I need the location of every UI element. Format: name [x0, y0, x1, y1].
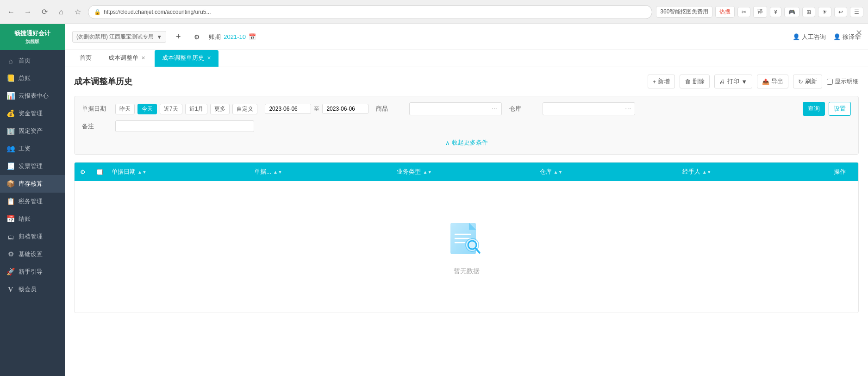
guide-icon: 🚀 — [6, 268, 15, 276]
query-button[interactable]: 查询 — [803, 102, 825, 116]
sidebar-item-label: 新手引导 — [19, 268, 43, 276]
filter-row-1: 单据日期 昨天 今天 近7天 近1月 更多 自定义 至 商品 — [82, 102, 851, 116]
new-label: 新增 — [658, 77, 670, 86]
sidebar-item-tax[interactable]: 📋 税务管理 — [0, 193, 65, 210]
sidebar-item-funds[interactable]: 💰 资金管理 — [0, 105, 65, 122]
sidebar-item-label: 基础设置 — [19, 250, 43, 258]
shortcut-7days[interactable]: 近7天 — [160, 104, 182, 114]
shortcut-1month[interactable]: 近1月 — [185, 104, 208, 114]
th-number[interactable]: 单据... ▲▼ — [250, 168, 393, 176]
delete-icon: 🗑 — [685, 78, 691, 85]
tab-home[interactable]: 首页 — [72, 50, 99, 67]
settings-tool[interactable]: ☀ — [818, 7, 831, 17]
service-label: 人工咨询 — [802, 33, 826, 41]
wallet-tool[interactable]: ¥ — [770, 7, 781, 17]
setting-button[interactable]: 设置 — [829, 102, 851, 116]
calendar-icon[interactable]: 📅 — [249, 33, 256, 40]
window-close-btn[interactable]: ✕ — [856, 28, 862, 38]
tab-cost-adjust[interactable]: 成本调整单 ✕ — [101, 50, 153, 67]
tab-menu-button[interactable]: ⚙ — [190, 31, 203, 44]
service-icon: 👤 — [793, 33, 800, 40]
top-bar-right: 👤 人工咨询 👤 徐泽华 — [793, 33, 861, 41]
search-tool[interactable]: 360智能抠图免费用 — [656, 6, 712, 18]
company-selector[interactable]: (勿删勿禁用) 江西服宝测试专用 ▼ — [72, 31, 166, 43]
game-tool[interactable]: 🎮 — [784, 7, 799, 17]
sidebar-item-settings[interactable]: ⚙ 基础设置 — [0, 245, 65, 263]
sidebar-item-ledger[interactable]: 📒 总账 — [0, 69, 65, 87]
delete-button[interactable]: 🗑 删除 — [680, 75, 710, 88]
main-wrapper: (勿删勿禁用) 江西服宝测试专用 ▼ + ⚙ 账期 2021-10 📅 👤 人工… — [65, 24, 868, 376]
sidebar-item-invoices[interactable]: 🧾 发票管理 — [0, 157, 65, 175]
app-logo: 畅捷通好会计 旗舰版 — [0, 24, 65, 50]
undo-tool[interactable]: ↩ — [834, 7, 847, 17]
filter-row-2: 备注 — [82, 120, 851, 132]
tabs-bar: 首页 成本调整单 ✕ 成本调整单历史 ✕ ✕ — [65, 50, 868, 67]
star-button[interactable]: ☆ — [71, 6, 84, 19]
hot-search[interactable]: 热搜 — [715, 6, 735, 18]
collapse-icon: ∧ — [445, 139, 450, 146]
export-button[interactable]: 📤 导出 — [757, 75, 788, 88]
sidebar-item-label: 结账 — [19, 215, 31, 223]
date-from-input[interactable] — [265, 104, 311, 114]
page-actions: + 新增 🗑 删除 🖨 打印 ▼ 📤 导出 — [648, 75, 859, 88]
logo-sub-text: 旗舰版 — [25, 38, 39, 45]
user-service-btn[interactable]: 👤 人工咨询 — [793, 33, 826, 41]
table-select-all[interactable] — [91, 169, 108, 175]
goods-selector[interactable]: ··· — [409, 102, 502, 115]
date-to-input[interactable] — [322, 104, 368, 114]
collapse-button[interactable]: ∧ 收起更多条件 — [82, 137, 851, 149]
th-warehouse-label: 仓库 — [540, 168, 552, 176]
scissors-tool[interactable]: ✂ — [737, 7, 750, 17]
translate-tool[interactable]: 译 — [753, 6, 767, 18]
forward-button[interactable]: → — [21, 6, 34, 19]
table-gear-btn[interactable]: ⚙ — [75, 169, 91, 175]
th-warehouse[interactable]: 仓库 ▲▼ — [536, 168, 679, 176]
th-date[interactable]: 单据日期 ▲▼ — [108, 168, 250, 176]
date-range: 至 — [265, 104, 368, 114]
sidebar-item-payroll[interactable]: 👥 工资 — [0, 140, 65, 157]
sidebar-item-member[interactable]: V 畅会员 — [0, 281, 65, 298]
sidebar-item-reports[interactable]: 📊 云报表中心 — [0, 87, 65, 105]
th-biz-type-label: 业务类型 — [397, 168, 421, 176]
shortcut-yesterday[interactable]: 昨天 — [115, 104, 135, 114]
th-handler[interactable]: 经手人 ▲▼ — [679, 168, 821, 176]
sidebar-item-label: 税务管理 — [19, 197, 43, 206]
shortcut-today[interactable]: 今天 — [137, 104, 157, 114]
menu-tool[interactable]: ☰ — [850, 7, 863, 17]
display-toggle[interactable]: 显示明细 — [827, 77, 859, 86]
display-toggle-checkbox[interactable] — [827, 79, 833, 85]
sidebar-item-label: 发票管理 — [19, 162, 43, 170]
remark-input[interactable] — [115, 120, 254, 132]
tab-cost-adjust-history-close[interactable]: ✕ — [207, 55, 211, 61]
th-number-label: 单据... — [254, 168, 271, 176]
sidebar-item-home[interactable]: ⌂ 首页 — [0, 52, 65, 69]
reports-icon: 📊 — [6, 92, 15, 100]
shortcut-more[interactable]: 更多 — [210, 104, 230, 114]
th-biz-type[interactable]: 业务类型 ▲▼ — [393, 168, 536, 176]
warehouse-selector[interactable]: ··· — [543, 102, 635, 115]
add-tab-button[interactable]: + — [172, 31, 185, 44]
print-icon: 🖨 — [719, 78, 725, 85]
sidebar-item-inventory[interactable]: 📦 库存核算 — [0, 175, 65, 193]
sidebar-item-assets[interactable]: 🏢 固定资产 — [0, 122, 65, 140]
th-actions: 操作 — [821, 168, 858, 176]
inventory-icon: 📦 — [6, 180, 15, 188]
invoices-icon: 🧾 — [6, 162, 15, 170]
sidebar-item-closing[interactable]: 📅 结账 — [0, 210, 65, 228]
refresh-button[interactable]: ↻ 刷新 — [793, 75, 822, 88]
sidebar-item-archive[interactable]: 🗂 归档管理 — [0, 228, 65, 245]
reload-button[interactable]: ⟳ — [38, 6, 51, 19]
address-bar[interactable]: 🔒 https://cloud.chanjet.com/accounting/u… — [88, 5, 652, 19]
back-button[interactable]: ← — [5, 6, 18, 19]
print-button[interactable]: 🖨 打印 ▼ — [714, 75, 752, 88]
app-container: 畅捷通好会计 旗舰版 ⌂ 首页 📒 总账 📊 云报表中心 💰 资金管理 🏢 — [0, 24, 868, 376]
home-button[interactable]: ⌂ — [55, 6, 68, 19]
new-button[interactable]: + 新增 — [648, 75, 675, 88]
tab-cost-adjust-history[interactable]: 成本调整单历史 ✕ — [155, 50, 219, 67]
sidebar-nav: ⌂ 首页 📒 总账 📊 云报表中心 💰 资金管理 🏢 固定资产 👥 工资 — [0, 50, 65, 376]
select-all-checkbox[interactable] — [97, 169, 103, 175]
sidebar-item-guide[interactable]: 🚀 新手引导 — [0, 263, 65, 281]
tab-cost-adjust-close[interactable]: ✕ — [141, 55, 145, 61]
grid-tool[interactable]: ⊞ — [802, 7, 815, 17]
shortcut-custom[interactable]: 自定义 — [232, 104, 257, 114]
